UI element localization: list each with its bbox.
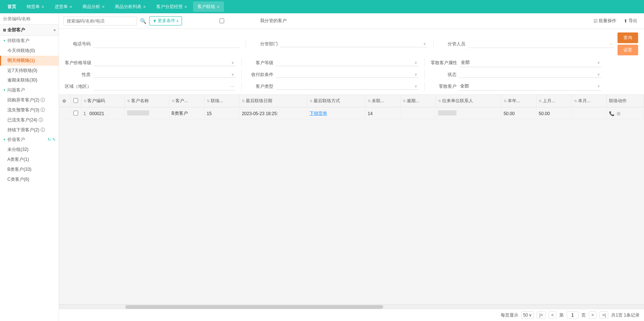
sidebar-search-input[interactable] xyxy=(3,16,58,21)
customer-type-select[interactable]: ∨ xyxy=(276,83,418,90)
sidebar-item-abnormal[interactable]: 回购异常客户(2) ⓘ xyxy=(0,95,59,105)
nav-home-label: 首页 xyxy=(7,4,16,10)
region-dots[interactable]: ··· xyxy=(230,84,234,89)
person-dots[interactable]: ··· xyxy=(609,41,613,46)
sidebar-item-class-a[interactable]: A类客户(1) xyxy=(0,155,59,165)
th-name[interactable]: 客户名称 xyxy=(125,95,169,107)
customer-level-select[interactable]: ∨ xyxy=(276,59,418,66)
nav-customer-contact[interactable]: 客户联络 ✕ xyxy=(193,1,224,12)
person-select[interactable]: ··· xyxy=(468,40,615,48)
scroll-thumb[interactable] xyxy=(125,305,383,309)
row-actions: 📞 ⊞ xyxy=(607,107,644,120)
table-header-row: ⚙ 客户编码 客户名称 客户... 联络... xyxy=(59,95,644,107)
sidebar-item-tomorrow-contact[interactable]: 明天待联络(1) xyxy=(0,56,59,66)
last-page-button[interactable]: >| xyxy=(599,311,608,319)
sidebar-item-churned[interactable]: 已流失客户(24) ⓘ xyxy=(0,115,59,125)
nav-sales-order[interactable]: 销货单 ✕ xyxy=(22,1,49,12)
nav-customer-segment[interactable]: 客户分层经营 ✕ xyxy=(152,1,192,12)
export-button[interactable]: ⬆ 导出 xyxy=(622,17,640,25)
page-size-select[interactable]: 50 ∨ xyxy=(521,311,534,319)
group-pending-contact[interactable]: ▼ 待联络客户 xyxy=(0,36,59,46)
row-gear xyxy=(59,107,70,120)
prev-page-button[interactable]: < xyxy=(549,311,556,319)
row-this-month xyxy=(571,107,606,120)
sidebar-item-class-c[interactable]: C类客户(6) xyxy=(0,175,59,184)
page-number-input[interactable] xyxy=(567,311,578,319)
close-sales-icon[interactable]: ✕ xyxy=(41,5,44,9)
close-product-list-icon[interactable]: ✕ xyxy=(143,5,146,9)
th-code[interactable]: 客户编码 xyxy=(81,95,125,107)
first-page-button[interactable]: |< xyxy=(537,311,546,319)
th-this-year[interactable]: 本年... xyxy=(501,95,536,107)
status-select[interactable]: ∨ xyxy=(459,71,601,78)
th-contact-count[interactable]: 联络... xyxy=(204,95,239,107)
nav-product-analysis[interactable]: 商品分析 ✕ xyxy=(78,1,109,12)
row-checkbox-cell[interactable] xyxy=(70,107,81,120)
horizontal-scrollbar[interactable] xyxy=(59,304,644,309)
row-type: B类客户 xyxy=(169,107,204,120)
export-label: 导出 xyxy=(629,18,637,24)
th-type[interactable]: 客户... xyxy=(169,95,204,107)
sidebar-item-7days-contact[interactable]: 近7天待联络(0) xyxy=(0,66,59,76)
nav-product-analysis-list[interactable]: 商品分析列表 ✕ xyxy=(111,1,150,12)
sidebar-item-churn-warning[interactable]: 流失预警客户(3) ⓘ xyxy=(0,105,59,115)
sidebar-item-declining[interactable]: 持续下滑客户(2) ⓘ xyxy=(0,125,59,135)
th-this-month[interactable]: 本月... xyxy=(571,95,606,107)
all-customers-header[interactable]: ⊞ 全部客户 « xyxy=(0,25,59,36)
th-checkbox[interactable] xyxy=(70,95,81,107)
nav-home[interactable]: 首页 xyxy=(3,1,21,12)
more-filters-button[interactable]: ▼ 更多条件 ∧ xyxy=(149,16,182,25)
refresh-icon[interactable]: ↻ xyxy=(48,137,51,142)
set-button[interactable]: 设置 xyxy=(617,45,638,55)
payment-select[interactable]: ∨ xyxy=(276,71,418,78)
next-page-button[interactable]: > xyxy=(589,311,596,319)
my-customers-checkbox[interactable] xyxy=(185,18,259,23)
class-a-label: A类客户(1) xyxy=(7,157,29,162)
row-checkbox[interactable] xyxy=(73,111,78,115)
region-select[interactable]: ··· xyxy=(94,83,235,90)
grid-action-icon[interactable]: ⊞ xyxy=(617,111,620,116)
th-last-month[interactable]: 上月... xyxy=(536,95,571,107)
batch-op-button[interactable]: ☑ 批量操作 xyxy=(591,17,619,25)
my-customers-checkbox-container[interactable]: 我分管的客户 xyxy=(185,18,287,24)
search-button[interactable]: 🔍 xyxy=(140,18,146,24)
th-gear[interactable]: ⚙ xyxy=(59,95,70,107)
th-overdue[interactable]: 逾期... xyxy=(400,95,435,107)
query-button[interactable]: 查询 xyxy=(617,32,638,43)
nature-select[interactable]: ∨ xyxy=(93,71,235,78)
group-value-customers[interactable]: ▼ 价值客户 ↻ ✎ xyxy=(0,135,59,145)
group-problem-customers[interactable]: ▼ 问题客户 xyxy=(0,85,59,95)
close-purchase-icon[interactable]: ✕ xyxy=(69,5,72,9)
action-buttons: 查询 设置 xyxy=(617,32,638,55)
sidebar-item-today-contact[interactable]: 今天待联络(0) xyxy=(0,46,59,56)
row-contact-masked xyxy=(438,110,456,115)
close-segment-icon[interactable]: ✕ xyxy=(184,5,187,9)
table-footer: 每页显示 50 ∨ |< < 第 页 > >| 共1页 1条记录 xyxy=(59,309,644,321)
grid-icon-sidebar: ⊞ xyxy=(3,28,6,32)
row-type-value: B类客户 xyxy=(172,111,188,116)
sidebar-item-ungrouped[interactable]: 未分组(32) xyxy=(0,145,59,155)
dept-select[interactable]: ∨ xyxy=(280,41,427,47)
th-last-contact-date[interactable]: 最后联络日期 xyxy=(239,95,307,107)
phone-input[interactable] xyxy=(93,40,240,48)
sidebar-item-overdue-contact[interactable]: 逾期未联络(30) xyxy=(0,75,59,85)
nav-purchase-order[interactable]: 进货单 ✕ xyxy=(50,1,77,12)
edit-icon[interactable]: ✎ xyxy=(52,137,56,142)
row-method-link[interactable]: 下销货单 xyxy=(309,111,327,116)
retail-attr-select[interactable]: 全部 ∨ xyxy=(459,58,601,67)
close-product-analysis-icon[interactable]: ✕ xyxy=(102,5,105,9)
th-contact-person[interactable]: 往来单位联系人 xyxy=(435,95,501,107)
price-level-select[interactable]: ∨ xyxy=(94,59,235,66)
filter-panel: 电话号码 分管部门 ∨ 分管人员 ··· xyxy=(59,29,644,95)
retail-customer-select[interactable]: 全部 ∨ xyxy=(459,82,601,91)
phone-action-icon[interactable]: 📞 xyxy=(609,111,615,116)
th-uncontacted[interactable]: 未联... xyxy=(365,95,400,107)
abnormal-label: 回购异常客户(2) ⓘ xyxy=(7,97,45,103)
sidebar-item-class-b[interactable]: B类客户(33) xyxy=(0,165,59,175)
close-contact-icon[interactable]: ✕ xyxy=(217,5,220,9)
collapse-icon[interactable]: « xyxy=(53,28,56,32)
select-all-checkbox[interactable] xyxy=(73,98,78,103)
th-last-contact-method[interactable]: 最后联络方式 xyxy=(307,95,365,107)
filter-cell-payment: 收付款条件 ∨ xyxy=(248,71,418,78)
search-input[interactable] xyxy=(63,17,137,25)
